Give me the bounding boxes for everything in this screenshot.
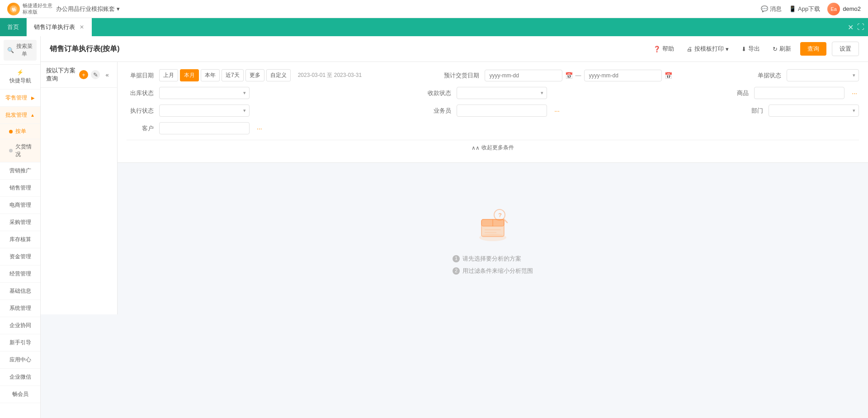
submenu-item-owe[interactable]: 欠货情况 [0, 139, 40, 162]
sidebar-item-member[interactable]: 畅会员 [0, 386, 40, 403]
date-more-btn[interactable]: 更多 [245, 69, 264, 81]
delivery-status-select[interactable] [159, 87, 250, 99]
sidebar-item-retail[interactable]: 零售管理 ▶ [0, 90, 40, 107]
sidebar-item-basic[interactable]: 基础信息 [0, 283, 40, 300]
page-title: 销售订单执行表(按单) [50, 44, 120, 54]
expected-date-start[interactable] [485, 70, 562, 81]
sidebar-item-operation[interactable]: 经营管理 [0, 266, 40, 283]
date-range-display: 2023-03-01 至 2023-03-31 [298, 71, 362, 79]
message-icon: 💬 [761, 5, 768, 12]
logo-icon: 畅 [7, 3, 20, 15]
tab-close-icon[interactable]: ✕ [80, 24, 84, 30]
app-download-btn[interactable]: 📱 App下载 [789, 5, 820, 13]
date-last7-btn[interactable]: 近7天 [222, 69, 244, 81]
page-header: 销售订单执行表(按单) ❓ 帮助 🖨 按模板打印 ▾ ⬇ 导出 ↻ 刷新 [41, 36, 868, 62]
tab-controls: ✕ ⛶ [844, 18, 868, 36]
filter-row-1: 单据日期 上月 本月 本年 近7天 更多 自定义 2023-03-01 至 20… [127, 69, 859, 81]
exec-status-select[interactable] [159, 104, 250, 117]
collapse-icon: ∧∧ [472, 145, 480, 151]
logo-text: 畅捷通好生意 标准版 [23, 3, 52, 14]
payment-status-select[interactable] [457, 87, 547, 99]
close-window-icon[interactable]: ✕ [848, 23, 854, 32]
search-menu-btn[interactable]: 🔍 搜索菜单 [4, 40, 37, 61]
page-actions: ❓ 帮助 🖨 按模板打印 ▾ ⬇ 导出 ↻ 刷新 查询 设置 [650, 42, 859, 56]
filter-area: 单据日期 上月 本月 本年 近7天 更多 自定义 2023-03-01 至 20… [118, 62, 868, 163]
sidebar-item-purchase[interactable]: 采购管理 [0, 214, 40, 231]
help-icon: ❓ [653, 46, 660, 52]
payment-status-wrap: ▾ [457, 87, 547, 99]
avatar: Ea [827, 3, 840, 15]
goods-input[interactable] [754, 87, 844, 99]
customer-input[interactable] [159, 122, 250, 134]
collapse-filter-btn[interactable]: ∧∧ 收起更多条件 [127, 140, 859, 155]
svg-text:畅: 畅 [12, 7, 16, 12]
help-btn[interactable]: ❓ 帮助 [650, 43, 678, 55]
maximize-icon[interactable]: ⛶ [857, 23, 864, 31]
sidebar-item-enterprise[interactable]: 企业协同 [0, 317, 40, 334]
salesperson-input[interactable] [457, 104, 547, 117]
tip-num-1: 1 [453, 255, 460, 262]
expected-date-range: 📅 — 📅 [485, 70, 672, 81]
sidebar-item-quick-nav[interactable]: ⚡ 快捷导航 [0, 65, 40, 90]
filter-row-2: 出库状态 ▾ 收款状态 [127, 87, 859, 99]
refresh-btn[interactable]: ↻ 刷新 [769, 43, 795, 55]
empty-state: ? 1 请先选择要分析的方案 2 用过滤条件来缩小分析范围 [118, 163, 868, 314]
header-left: 畅 畅捷通好生意 标准版 办公用品行业模拟账套 ▾ [7, 3, 120, 15]
active-dot [9, 130, 13, 133]
calendar-start-icon[interactable]: 📅 [565, 72, 573, 79]
edit-scheme-btn[interactable]: ✎ [91, 70, 100, 79]
order-status-select[interactable] [787, 69, 859, 81]
export-icon: ⬇ [741, 46, 746, 52]
sidebar-search-area: 🔍 搜索菜单 [0, 36, 40, 65]
goods-more-btn[interactable]: ··· [850, 90, 859, 97]
sidebar-item-marketing[interactable]: 营销推广 [0, 162, 40, 180]
submenu-item-press-order[interactable]: 按单 [0, 124, 40, 139]
main-content: 单据日期 上月 本月 本年 近7天 更多 自定义 2023-03-01 至 20… [118, 62, 868, 314]
print-btn[interactable]: 🖨 按模板打印 ▾ [683, 43, 732, 55]
top-header: 畅 畅捷通好生意 标准版 办公用品行业模拟账套 ▾ 💬 消息 📱 App下载 E… [0, 0, 868, 18]
date-this-month-btn[interactable]: 本月 [180, 69, 199, 81]
add-scheme-btn[interactable]: + [79, 70, 88, 79]
expected-date-end[interactable] [584, 70, 662, 81]
calendar-end-icon[interactable]: 📅 [665, 72, 672, 79]
left-panel-header: 按以下方案查询 + ✎ « [41, 62, 117, 88]
content-area: 销售订单执行表(按单) ❓ 帮助 🖨 按模板打印 ▾ ⬇ 导出 ↻ 刷新 [41, 36, 868, 418]
date-this-year-btn[interactable]: 本年 [201, 69, 220, 81]
sidebar-item-apps[interactable]: 应用中心 [0, 352, 40, 369]
export-btn[interactable]: ⬇ 导出 [738, 43, 764, 55]
main-layout: 🔍 搜索菜单 ⚡ 快捷导航 零售管理 ▶ 批发管理 ▲ 按单 欠货情况 [0, 36, 868, 418]
settings-btn[interactable]: 设置 [832, 42, 859, 56]
sidebar-item-system[interactable]: 系统管理 [0, 300, 40, 317]
content-split: 按以下方案查询 + ✎ « 单据日期 上月 [41, 62, 868, 314]
search-btn[interactable]: 查询 [800, 42, 826, 56]
user-menu[interactable]: Ea demo2 [827, 3, 861, 15]
chevron-right-icon: ▶ [31, 95, 35, 100]
sidebar-item-wholesale[interactable]: 批发管理 ▲ [0, 107, 40, 124]
collapse-panel-btn[interactable]: « [103, 70, 112, 79]
sidebar-item-inventory[interactable]: 库存核算 [0, 231, 40, 248]
left-panel-icons: + ✎ « [79, 70, 112, 79]
tip-item-2: 2 用过滤条件来缩小分析范围 [453, 266, 533, 276]
order-status-wrap: ▾ [787, 69, 859, 81]
dept-select[interactable] [769, 104, 859, 117]
empty-illustration: ? [470, 199, 515, 244]
sidebar-item-wechat[interactable]: 企业微信 [0, 369, 40, 386]
tab-sales-order[interactable]: 销售订单执行表 ✕ [27, 18, 92, 36]
date-last-month-btn[interactable]: 上月 [159, 69, 178, 81]
message-btn[interactable]: 💬 消息 [761, 5, 782, 13]
filter-row-3: 执行状态 ▾ 业务员 ··· 部门 [127, 104, 859, 117]
salesperson-more-btn[interactable]: ··· [552, 107, 561, 114]
sidebar-item-ecommerce[interactable]: 电商管理 [0, 197, 40, 214]
chevron-down-icon: ▲ [30, 113, 35, 118]
sidebar-item-newbie[interactable]: 新手引导 [0, 334, 40, 352]
exec-status-wrap: ▾ [159, 104, 250, 117]
customer-more-btn[interactable]: ··· [255, 125, 264, 132]
refresh-icon: ↻ [773, 46, 778, 52]
tab-home[interactable]: 首页 [0, 18, 27, 36]
sidebar-item-finance[interactable]: 资金管理 [0, 248, 40, 266]
header-right: 💬 消息 📱 App下载 Ea demo2 [761, 3, 861, 15]
company-selector[interactable]: 办公用品行业模拟账套 ▾ [56, 5, 120, 13]
date-custom-btn[interactable]: 自定义 [266, 69, 291, 81]
sidebar-item-sales[interactable]: 销售管理 [0, 180, 40, 197]
print-icon: 🖨 [687, 46, 693, 52]
